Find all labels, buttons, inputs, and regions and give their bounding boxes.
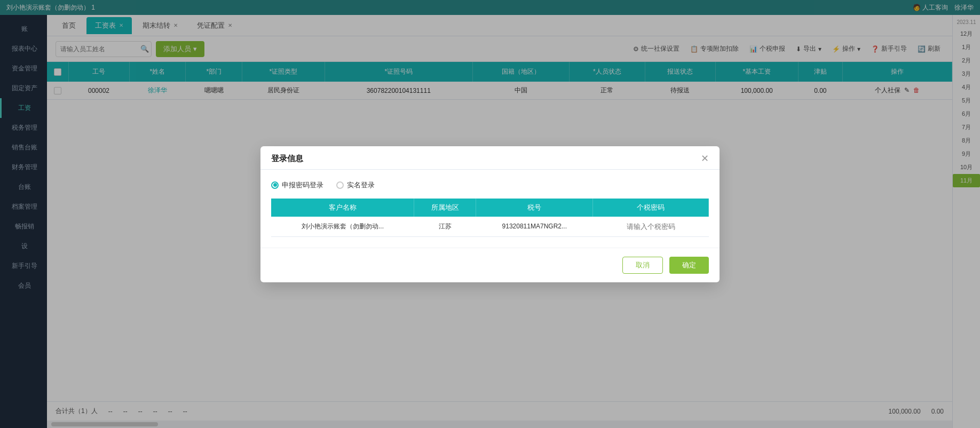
- dialog-header: 登录信息 ✕: [260, 146, 720, 170]
- dialog-overlay: 登录信息 ✕ 申报密码登录 实名登录 客户名称 所属: [0, 0, 980, 428]
- cancel-button[interactable]: 取消: [622, 257, 663, 274]
- radio-realname-circle: [336, 181, 344, 189]
- tax-pwd-input[interactable]: [619, 223, 683, 231]
- col-region: 所属地区: [414, 199, 476, 217]
- radio-group: 申报密码登录 实名登录: [271, 180, 709, 190]
- radio-realname-label: 实名登录: [347, 180, 375, 190]
- confirm-button[interactable]: 确定: [669, 257, 709, 274]
- client-name-cell: 刘小艳演示账套（勿删勿动...: [271, 217, 414, 237]
- dialog-title: 登录信息: [271, 154, 303, 164]
- dialog-close-button[interactable]: ✕: [701, 154, 709, 163]
- login-dialog: 登录信息 ✕ 申报密码登录 实名登录 客户名称 所属: [260, 146, 720, 282]
- radio-password-login[interactable]: 申报密码登录: [271, 180, 323, 190]
- login-table-row: 刘小艳演示账套（勿删勿动... 江苏 91320811MA7NGR2...: [271, 217, 709, 237]
- region-cell: 江苏: [414, 217, 476, 237]
- tax-no-cell: 91320811MA7NGR2...: [476, 217, 593, 237]
- radio-realname-login[interactable]: 实名登录: [336, 180, 375, 190]
- col-tax-no: 税号: [476, 199, 593, 217]
- dialog-body: 申报密码登录 实名登录 客户名称 所属地区 税号 个税密码: [260, 170, 720, 248]
- dialog-footer: 取消 确定: [260, 248, 720, 282]
- col-client-name: 客户名称: [271, 199, 414, 217]
- login-table: 客户名称 所属地区 税号 个税密码 刘小艳演示账套（勿删勿动... 江苏 913…: [271, 199, 709, 237]
- radio-password-circle: [271, 181, 279, 189]
- radio-password-label: 申报密码登录: [282, 180, 323, 190]
- tax-pwd-cell[interactable]: [593, 217, 709, 237]
- col-tax-pwd: 个税密码: [593, 199, 709, 217]
